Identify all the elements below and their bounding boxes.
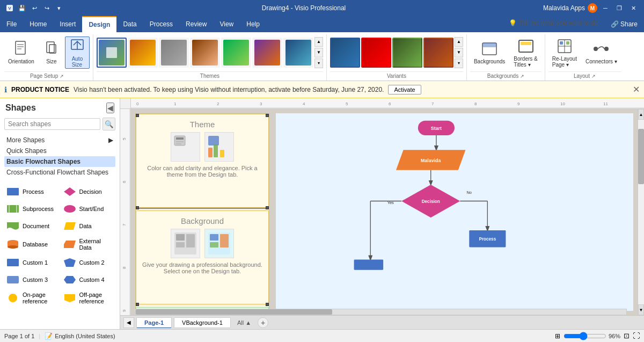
- svg-marker-35: [64, 258, 76, 267]
- cross-functional-label: Cross-Functional Flowchart Shapes: [6, 169, 108, 176]
- variant-4[interactable]: [423, 38, 453, 68]
- shape-document[interactable]: Document: [4, 219, 59, 234]
- relayout-btn[interactable]: Re-LayoutPage ▾: [548, 37, 581, 69]
- share-btn[interactable]: 🔗 Share: [604, 16, 644, 32]
- tab-data[interactable]: Data: [116, 16, 143, 32]
- minimize-btn[interactable]: ─: [599, 3, 612, 13]
- notification-text: Visio hasn't been activated. To keep usi…: [74, 86, 384, 93]
- bottom-bar-shape[interactable]: [354, 260, 384, 270]
- shape-database[interactable]: Database: [4, 236, 59, 253]
- variants-scroll-down[interactable]: ▼: [455, 48, 463, 57]
- svg-rect-19: [560, 41, 563, 45]
- shape-custom1[interactable]: Custom 1: [4, 255, 59, 270]
- tab-review[interactable]: Review: [179, 16, 213, 32]
- theme-4[interactable]: [190, 38, 220, 68]
- orientation-btn[interactable]: Orientation: [4, 37, 38, 69]
- background-panel: Background: [136, 210, 269, 304]
- shape-external-data[interactable]: External Data: [61, 236, 116, 253]
- fit-page-btn[interactable]: ⊞: [555, 332, 560, 340]
- auto-size-btn[interactable]: AutoSize: [65, 37, 90, 69]
- shape-custom4[interactable]: Custom 4: [61, 272, 116, 287]
- redo-quick-btn[interactable]: ↪: [41, 3, 52, 13]
- shape-process[interactable]: Process: [4, 184, 59, 199]
- backgrounds-btn[interactable]: Backgrounds: [470, 37, 509, 69]
- vertical-scrollbar[interactable]: ▲ ▼: [638, 109, 644, 315]
- theme-6[interactable]: [252, 38, 282, 68]
- variant-3[interactable]: [392, 38, 422, 68]
- data-label: Data: [79, 223, 92, 229]
- save-quick-btn[interactable]: 💾: [17, 3, 27, 13]
- search-input[interactable]: [4, 118, 100, 130]
- shape-data[interactable]: Data: [61, 219, 116, 234]
- svg-text:M: M: [590, 5, 595, 11]
- scroll-up-btn[interactable]: ▲: [638, 109, 644, 120]
- activate-button[interactable]: Activate: [388, 85, 421, 94]
- svg-point-32: [8, 245, 18, 249]
- variants-scroll-more[interactable]: ▾: [455, 59, 463, 68]
- page-setup-label: Page Setup ↗: [4, 71, 90, 81]
- full-screen-btn[interactable]: ⛶: [633, 332, 640, 340]
- close-btn[interactable]: ✕: [627, 3, 640, 13]
- shape-subprocess[interactable]: Subprocess: [4, 201, 59, 216]
- horizontal-scrollbar[interactable]: [135, 309, 627, 315]
- borders-titles-btn[interactable]: Borders &Titles ▾: [510, 37, 541, 69]
- shapes-collapse-btn[interactable]: ◀: [106, 103, 114, 113]
- background-panel-images: [171, 229, 234, 258]
- cross-functional-item[interactable]: Cross-Functional Flowchart Shapes: [4, 167, 115, 178]
- ruler-corner: [120, 98, 131, 109]
- quick-shapes-item[interactable]: Quick Shapes: [4, 145, 115, 156]
- relayout-label: Re-LayoutPage ▾: [552, 56, 577, 68]
- scroll-down-btn[interactable]: ▼: [638, 304, 644, 315]
- more-shapes-item[interactable]: More Shapes ▶: [4, 135, 115, 145]
- size-icon: [43, 40, 60, 57]
- zoom-slider[interactable]: [564, 332, 606, 340]
- data-icon: [63, 221, 76, 231]
- tab-add-btn[interactable]: +: [258, 317, 268, 328]
- zoom-fit-btn[interactable]: ⊡: [624, 332, 630, 340]
- theme-7[interactable]: [283, 38, 313, 68]
- themes-scroll-down[interactable]: ▼: [314, 48, 323, 57]
- variant-2[interactable]: [361, 38, 391, 68]
- themes-scroll-up[interactable]: ▲: [314, 37, 323, 47]
- undo-quick-btn[interactable]: ↩: [29, 3, 40, 13]
- connectors-btn[interactable]: Connectors ▾: [582, 37, 621, 69]
- svg-rect-73: [210, 242, 218, 248]
- shape-startend[interactable]: Start/End: [61, 201, 116, 216]
- tab-file[interactable]: File: [0, 16, 23, 32]
- basic-flowchart-item[interactable]: Basic Flowchart Shapes: [4, 156, 115, 167]
- tab-all-btn[interactable]: All ▲: [233, 318, 255, 327]
- shape-offpage-ref[interactable]: Off-page reference: [61, 289, 116, 307]
- tab-process[interactable]: Process: [143, 16, 179, 32]
- svg-text:Decision: Decision: [422, 199, 440, 204]
- svg-text:Malavida: Malavida: [421, 158, 441, 163]
- themes-scroll-more[interactable]: ▾: [314, 59, 323, 68]
- tell-me-bar[interactable]: 💡 Tell me what you want to do: [503, 16, 604, 30]
- tab-vbackground[interactable]: VBackground-1: [174, 317, 231, 328]
- theme-3[interactable]: [159, 38, 189, 68]
- tab-insert[interactable]: Insert: [53, 16, 82, 32]
- canvas-scroll[interactable]: Theme: [131, 109, 638, 315]
- tab-help[interactable]: Help: [240, 16, 266, 32]
- tab-design[interactable]: Design: [82, 16, 116, 32]
- shape-custom3[interactable]: Custom 3: [4, 272, 59, 287]
- shape-onpage-ref[interactable]: On-page reference: [4, 289, 59, 307]
- tab-home[interactable]: Home: [23, 16, 53, 32]
- process-icon: [6, 186, 19, 197]
- theme-5[interactable]: [221, 38, 251, 68]
- shape-decision[interactable]: Decision: [61, 184, 116, 199]
- tab-scroll-left[interactable]: ◀: [123, 317, 134, 328]
- visio-icon: V: [4, 3, 15, 13]
- shape-custom2[interactable]: Custom 2: [61, 255, 116, 270]
- search-button[interactable]: 🔍: [103, 118, 115, 130]
- restore-btn[interactable]: ❐: [613, 3, 626, 13]
- variants-scroll-up[interactable]: ▲: [455, 37, 463, 47]
- tab-page-1[interactable]: Page-1: [136, 317, 172, 328]
- tab-view[interactable]: View: [213, 16, 240, 32]
- subprocess-label: Subprocess: [23, 206, 54, 212]
- size-btn[interactable]: Size: [39, 37, 64, 69]
- theme-2[interactable]: [128, 38, 158, 68]
- variant-1[interactable]: [330, 38, 360, 68]
- notification-close-btn[interactable]: ✕: [633, 84, 640, 94]
- customize-quick-btn[interactable]: ▾: [54, 3, 64, 13]
- theme-1[interactable]: [97, 38, 127, 68]
